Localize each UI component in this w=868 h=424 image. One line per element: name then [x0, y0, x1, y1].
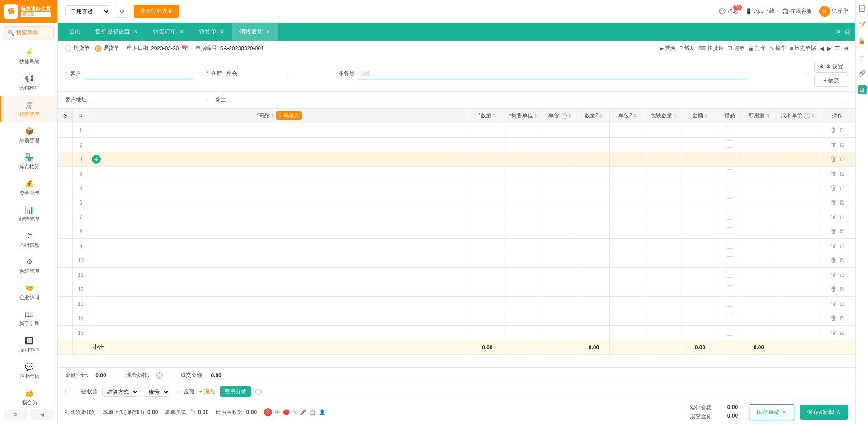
salesperson-select-icon[interactable]: ···	[804, 71, 809, 77]
warehouse-select-icon[interactable]: ···	[285, 71, 290, 77]
delete-row-button[interactable]: 🗑	[830, 300, 837, 308]
row-qty-cell[interactable]	[469, 326, 505, 340]
cost-sort-icon[interactable]: ⇅	[811, 113, 815, 118]
right-panel-icon-1[interactable]: 📋	[858, 4, 867, 13]
tab-sales-bill[interactable]: 销货单 ✕	[192, 23, 232, 41]
sidebar-item-inventory[interactable]: 🏪 库存核算	[0, 148, 57, 175]
row-product-cell[interactable]	[89, 224, 469, 239]
row-gift-cell[interactable]	[718, 123, 741, 138]
row-product-cell[interactable]	[89, 210, 469, 224]
tab-sales-order[interactable]: 销售订单 ✕	[146, 23, 192, 41]
note-input[interactable]	[229, 95, 848, 105]
sidebar-item-member[interactable]: 👑 畅会员	[0, 384, 57, 405]
row-unit-cell[interactable]	[505, 152, 542, 167]
row-cost-cell[interactable]	[777, 152, 819, 167]
gift-checkbox[interactable]	[726, 314, 733, 321]
row-unit2-cell[interactable]	[610, 311, 646, 326]
row-unit-cell[interactable]	[505, 239, 542, 253]
row-gift-cell[interactable]	[718, 181, 741, 195]
copy-row-button[interactable]: ⧉	[840, 170, 844, 177]
copy-row-button[interactable]: ⧉	[840, 242, 844, 250]
row-qty-cell[interactable]	[469, 195, 505, 210]
gift-checkbox[interactable]	[726, 126, 733, 133]
search-menu-button[interactable]: 🔍 搜索菜单	[4, 26, 54, 39]
gift-checkbox[interactable]	[726, 198, 733, 205]
row-qty-cell[interactable]	[469, 268, 505, 282]
price-info-icon[interactable]: ?	[561, 113, 567, 119]
delete-row-button[interactable]: 🗑	[830, 213, 837, 221]
copy-row-button[interactable]: ⧉	[840, 271, 844, 279]
row-gift-cell[interactable]	[718, 282, 741, 297]
delete-row-button[interactable]: 🗑	[830, 314, 837, 322]
row-gift-cell[interactable]	[718, 138, 741, 152]
row-cost-cell[interactable]	[777, 181, 819, 195]
row-qty2-cell[interactable]	[578, 326, 610, 340]
row-cost-cell[interactable]	[777, 195, 819, 210]
sidebar-collapse-button[interactable]: ◀	[31, 409, 54, 420]
row-qty2-cell[interactable]	[578, 123, 610, 138]
copy-row-button[interactable]: ⧉	[840, 228, 844, 235]
row-qty-cell[interactable]	[469, 123, 505, 138]
row-price-cell[interactable]	[542, 210, 578, 224]
row-unit-cell[interactable]	[505, 268, 542, 282]
right-panel-icon-4[interactable]: ☆	[858, 52, 867, 62]
delete-row-button[interactable]: 🗑	[830, 329, 837, 337]
pkg-sort-icon[interactable]: ⇅	[674, 113, 677, 118]
row-unit2-cell[interactable]	[610, 167, 646, 181]
row-pkg-cell[interactable]	[646, 297, 682, 311]
copy-row-button[interactable]: ⧉	[840, 199, 844, 206]
row-unit-cell[interactable]	[505, 224, 542, 239]
row-qty-cell[interactable]	[469, 297, 505, 311]
close-tab-button[interactable]: ✕	[835, 27, 842, 37]
row-unit-cell[interactable]	[505, 326, 542, 340]
row-amount-cell[interactable]	[682, 282, 718, 297]
gift-checkbox[interactable]	[726, 271, 733, 278]
row-pkg-cell[interactable]	[646, 253, 682, 268]
row-amount-cell[interactable]	[682, 167, 718, 181]
row-cost-cell[interactable]	[777, 224, 819, 239]
row-product-cell[interactable]	[89, 326, 469, 340]
logistics-side-button[interactable]: + 物流	[814, 75, 848, 87]
sidebar-item-shortcuts[interactable]: ⚡ 快捷导航	[0, 43, 57, 70]
row-product-cell[interactable]	[89, 311, 469, 326]
row-avail-cell[interactable]	[741, 210, 777, 224]
row-gift-cell[interactable]	[718, 268, 741, 282]
row-unit-cell[interactable]	[505, 311, 542, 326]
row-avail-cell[interactable]	[741, 239, 777, 253]
row-cost-cell[interactable]	[777, 239, 819, 253]
row-unit-cell[interactable]	[505, 195, 542, 210]
industry-select[interactable]: 日用百货	[65, 5, 110, 17]
sidebar-settings-button[interactable]: ⚙	[4, 409, 27, 420]
account-dots-icon[interactable]: ···	[175, 389, 179, 395]
row-unit2-cell[interactable]	[610, 282, 646, 297]
row-gift-cell[interactable]	[718, 224, 741, 239]
row-unit-cell[interactable]	[505, 210, 542, 224]
row-product-cell[interactable]	[89, 268, 469, 282]
row-price-cell[interactable]	[542, 268, 578, 282]
product-input[interactable]	[101, 155, 466, 163]
row-avail-cell[interactable]	[741, 123, 777, 138]
row-price-cell[interactable]	[542, 181, 578, 195]
copy-row-button[interactable]: ⧉	[840, 300, 844, 308]
row-cost-cell[interactable]	[777, 167, 819, 181]
payment-checkbox[interactable]	[65, 389, 71, 395]
row-pkg-cell[interactable]	[646, 224, 682, 239]
fenbao-info-icon[interactable]: ?	[255, 389, 262, 395]
row-unit-cell[interactable]	[505, 123, 542, 138]
row-pkg-cell[interactable]	[646, 195, 682, 210]
row-amount-cell[interactable]	[682, 152, 718, 167]
delete-row-button[interactable]: 🗑	[830, 228, 837, 235]
row-price-cell[interactable]	[542, 195, 578, 210]
row-gift-cell[interactable]	[718, 195, 741, 210]
row-qty-cell[interactable]	[469, 224, 505, 239]
row-gift-cell[interactable]	[718, 253, 741, 268]
row-amount-cell[interactable]	[682, 224, 718, 239]
row-qty2-cell[interactable]	[578, 311, 610, 326]
last-due-info-icon[interactable]: ?	[189, 409, 195, 415]
user-menu-button[interactable]: 徐 徐泽华	[819, 6, 848, 17]
sidebar-item-wechat[interactable]: 💬 企业微信	[0, 358, 57, 384]
row-qty2-cell[interactable]	[578, 138, 610, 152]
qty-sort-icon[interactable]: ⇅	[493, 113, 496, 118]
sidebar-item-apps[interactable]: 🔲 应用中心	[0, 332, 57, 358]
copy-row-button[interactable]: ⧉	[840, 329, 844, 337]
